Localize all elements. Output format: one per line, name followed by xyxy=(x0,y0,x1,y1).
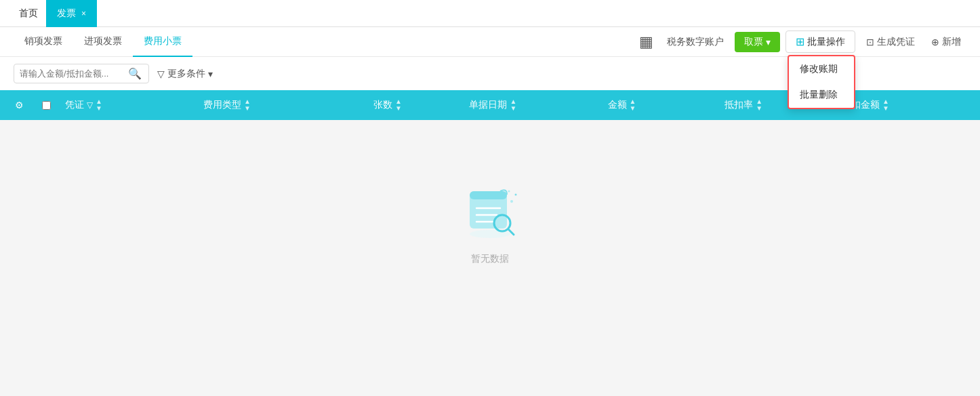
th-expense-type[interactable]: 费用类型 ▲▼ xyxy=(198,98,368,112)
gear-icon: ⚙ xyxy=(15,100,24,111)
tab-jinxiang-invoice[interactable]: 进项发票 xyxy=(73,27,133,57)
get-ticket-button[interactable]: 取票 ▾ xyxy=(735,32,780,52)
th-date-label: 单据日期 xyxy=(469,99,507,111)
batch-operation-container: ⊞ 批量操作 修改账期 批量删除 xyxy=(785,31,855,53)
th-count-label: 张数 xyxy=(373,99,392,111)
batch-modify-period-item[interactable]: 修改账期 xyxy=(789,56,854,82)
qr-code-button[interactable]: ▦ xyxy=(636,31,656,54)
svg-point-10 xyxy=(508,191,510,193)
th-amount-label: 金额 xyxy=(608,99,627,111)
th-count[interactable]: 张数 ▲▼ xyxy=(368,98,464,112)
th-rate-label: 抵扣率 xyxy=(724,99,753,111)
th-voucher-sort[interactable]: ▲▼ xyxy=(96,98,102,112)
th-voucher[interactable]: 凭证 ▽ ▲▼ xyxy=(60,98,198,112)
more-conditions-arrow-icon: ▾ xyxy=(208,68,213,79)
tab-xiaoxiang-invoice[interactable]: 销项发票 xyxy=(14,27,73,57)
th-checkbox[interactable] xyxy=(33,101,60,110)
svg-rect-2 xyxy=(470,191,507,199)
empty-state-illustration xyxy=(449,174,531,242)
th-deduct-sort[interactable]: ▲▼ xyxy=(882,98,889,112)
th-gear[interactable]: ⚙ xyxy=(5,100,33,111)
empty-state-text: 暂无数据 xyxy=(471,253,509,265)
generate-icon: ⊡ xyxy=(866,37,874,47)
batch-dropdown-menu: 修改账期 批量删除 xyxy=(788,55,855,109)
invoice-tab-close[interactable]: × xyxy=(81,9,86,18)
th-date-sort[interactable]: ▲▼ xyxy=(510,98,516,112)
get-ticket-label: 取票 xyxy=(744,36,763,48)
th-expense-label: 费用类型 xyxy=(203,99,241,111)
search-button[interactable]: 🔍 xyxy=(128,67,142,80)
generate-voucher-button[interactable]: ⊡ 生成凭证 xyxy=(861,32,920,52)
svg-point-9 xyxy=(515,194,517,196)
get-ticket-arrow-icon: ▾ xyxy=(766,37,771,47)
th-amount[interactable]: 金额 ▲▼ xyxy=(603,98,720,112)
th-voucher-label: 凭证 xyxy=(65,99,84,111)
tab-expense-receipt[interactable]: 费用小票 xyxy=(133,27,192,57)
invoice-tab[interactable]: 发票 × xyxy=(46,0,97,27)
generate-voucher-label: 生成凭证 xyxy=(877,36,915,48)
add-button[interactable]: ⊕ 新增 xyxy=(926,32,966,52)
invoice-tab-label: 发票 xyxy=(57,7,76,20)
top-nav: 首页 发票 × xyxy=(0,0,980,27)
sub-tabs-right: ▦ 税务数字账户 取票 ▾ ⊞ 批量操作 修改账期 批量删除 ⊡ 生成凭证 ⊕ … xyxy=(636,31,966,54)
batch-delete-item[interactable]: 批量删除 xyxy=(789,82,854,108)
add-label: 新增 xyxy=(942,36,961,48)
sub-tabs-left: 销项发票 进项发票 费用小票 xyxy=(14,27,192,56)
svg-point-8 xyxy=(510,200,513,203)
th-rate-sort[interactable]: ▲▼ xyxy=(756,98,762,112)
more-conditions-label: 更多条件 xyxy=(167,68,205,80)
select-all-checkbox[interactable] xyxy=(42,101,51,110)
th-count-sort[interactable]: ▲▼ xyxy=(395,98,402,112)
home-nav-item[interactable]: 首页 xyxy=(11,7,46,20)
filter-icon: ▽ xyxy=(157,68,165,79)
th-amount-sort[interactable]: ▲▼ xyxy=(630,98,636,112)
th-voucher-filter-icon: ▽ xyxy=(87,100,93,110)
th-date[interactable]: 单据日期 ▲▼ xyxy=(464,98,602,112)
batch-operation-label: 批量操作 xyxy=(807,36,845,48)
tax-digital-account-button[interactable]: 税务数字账户 xyxy=(661,33,729,51)
empty-state: 暂无数据 xyxy=(0,120,980,292)
sub-tabs-bar: 销项发票 进项发票 费用小票 ▦ 税务数字账户 取票 ▾ ⊞ 批量操作 修改账期… xyxy=(0,27,980,57)
th-expense-sort[interactable]: ▲▼ xyxy=(244,98,251,112)
search-input-wrap: 🔍 xyxy=(14,64,149,83)
add-icon: ⊕ xyxy=(931,37,939,47)
more-conditions-button[interactable]: ▽ 更多条件 ▾ xyxy=(157,68,213,80)
search-input[interactable] xyxy=(20,68,128,79)
batch-icon: ⊞ xyxy=(796,35,804,48)
th-deduct-amount[interactable]: 抵扣金额 ▲▼ xyxy=(836,98,975,112)
batch-operation-button[interactable]: ⊞ 批量操作 xyxy=(785,31,855,53)
